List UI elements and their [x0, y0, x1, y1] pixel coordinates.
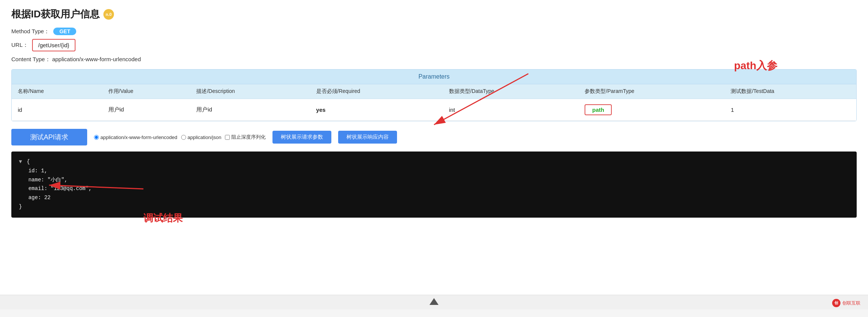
url-row: URL： /getUser/{id} — [11, 39, 857, 51]
cell-3: yes — [310, 99, 443, 121]
radio-json-label[interactable]: application/json — [181, 135, 222, 140]
cell-6: 1 — [725, 99, 856, 121]
json-brace-close: } — [19, 204, 22, 210]
logo-text: 创联互联 — [842, 300, 860, 306]
cell-1: 用户id — [102, 99, 191, 121]
json-line-id: id: 1, — [19, 168, 48, 174]
parameters-section: Parameters 名称/Name 作用/Value 描述/Descripti… — [11, 69, 857, 121]
content-type-value: application/x-www-form-urlencoded — [52, 56, 141, 62]
col-datatype: 数据类型/DataType — [443, 84, 579, 99]
version-badge: n.0 — [103, 9, 114, 20]
page-container: 根据ID获取用户信息 n.0 Method Type： GET URL： /ge… — [0, 0, 868, 295]
radio-urlencoded-label[interactable]: application/x-www-form-urlencoded — [94, 135, 177, 140]
btn-tree-request[interactable]: 树状展示请求参数 — [272, 131, 331, 144]
page-title: 根据ID获取用户信息 — [11, 8, 100, 21]
radio-urlencoded[interactable] — [94, 135, 99, 140]
radio-urlencoded-text: application/x-www-form-urlencoded — [100, 135, 177, 140]
checkbox-serialize[interactable] — [225, 135, 230, 140]
triangle-up-icon — [429, 298, 439, 305]
content-type-label: Content Type： — [11, 56, 51, 62]
json-line-email: email: "123@qq.com", — [19, 186, 92, 192]
cell-0: id — [12, 99, 102, 121]
col-required: 是否必须/Required — [310, 84, 443, 99]
json-line-name: name: "小白", — [19, 177, 68, 183]
btn-tree-response[interactable]: 树状展示响应内容 — [338, 131, 397, 144]
paramtype-cell: path — [579, 99, 725, 121]
url-box: /getUser/{id} — [32, 39, 75, 51]
cell-2: 用户id — [190, 99, 310, 121]
url-label: URL： — [11, 42, 28, 49]
action-row: 测试API请求 application/x-www-form-urlencode… — [11, 129, 857, 145]
checkbox-serialize-label[interactable]: 阻止深度序列化 — [225, 134, 266, 141]
method-type-row: Method Type： GET — [11, 28, 857, 35]
collapse-icon: ▼ — [19, 159, 22, 165]
parameters-table: 名称/Name 作用/Value 描述/Description 是否必须/Req… — [12, 84, 856, 121]
col-testdata: 测试数据/TestData — [725, 84, 856, 99]
table-row: id用户id用户idyesintpath1 — [12, 99, 856, 121]
paramtype-value: path — [585, 104, 612, 115]
radio-options: application/x-www-form-urlencoded applic… — [94, 134, 266, 141]
col-paramtype: 参数类型/ParamType — [579, 84, 725, 99]
title-row: 根据ID获取用户信息 n.0 — [11, 8, 857, 21]
logo-icon: 创 — [832, 299, 840, 307]
method-label: Method Type： — [11, 28, 49, 35]
json-line-age: age: 22 — [19, 195, 51, 201]
bottom-bar: 创 创联互联 — [0, 295, 868, 309]
checkbox-serialize-text: 阻止深度序列化 — [231, 134, 266, 141]
cell-4: int — [443, 99, 579, 121]
path-annotation: path入参 — [734, 59, 777, 73]
col-value: 作用/Value — [102, 84, 191, 99]
content-type-row: Content Type： application/x-www-form-url… — [11, 56, 857, 63]
parameters-header: Parameters — [12, 70, 856, 84]
json-brace-open: { — [27, 159, 30, 165]
radio-json[interactable] — [181, 135, 186, 140]
col-description: 描述/Description — [190, 84, 310, 99]
col-name: 名称/Name — [12, 84, 102, 99]
method-badge: GET — [53, 28, 76, 35]
table-header-row: 名称/Name 作用/Value 描述/Description 是否必须/Req… — [12, 84, 856, 99]
radio-json-text: application/json — [188, 135, 222, 140]
test-api-button[interactable]: 测试API请求 — [11, 129, 87, 145]
json-output: ▼ { id: 1, name: "小白", email: "123@qq.co… — [11, 152, 857, 218]
debug-annotation: 调试结果 — [143, 212, 183, 225]
bottom-logo: 创 创联互联 — [832, 299, 860, 307]
